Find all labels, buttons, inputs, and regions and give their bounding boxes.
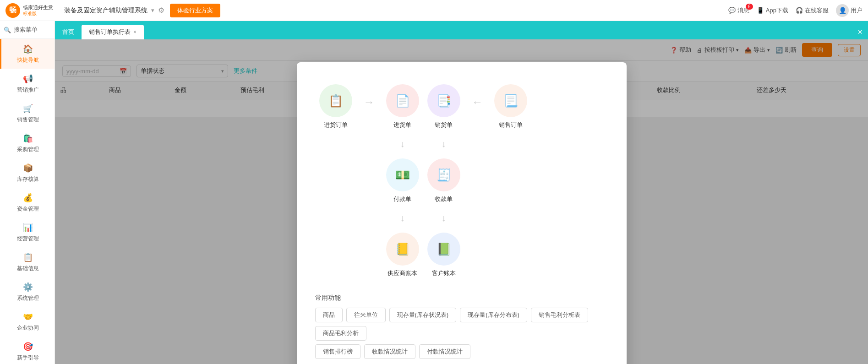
flow-node-payment-bill[interactable]: 💵 付款单 <box>382 151 423 211</box>
common-functions: 常用功能 商品 往来单位 现存量(库存状况表) 现存量(库存分布表) 销售毛利分… <box>315 294 608 359</box>
main-layout: 🔍 搜索菜单 🏠 快捷导航 📢 营销推广 🛒 销售管理 🛍️ 采购管理 📦 库存… <box>0 21 868 364</box>
purchase-bill-circle: 📄 <box>386 84 419 117</box>
sidebar-item-marketing[interactable]: 📢 营销推广 <box>0 69 55 98</box>
payment-bill-circle: 💵 <box>386 158 419 191</box>
trial-button[interactable]: 体验行业方案 <box>170 4 220 17</box>
message-icon: 💬 <box>728 7 736 14</box>
online-service-item[interactable]: 🎧 在线客服 <box>796 6 829 15</box>
phone-icon: 📱 <box>757 7 764 14</box>
flow-node-customer-ledger[interactable]: 📗 客户账本 <box>424 225 464 285</box>
arrow-so-to-sb: → <box>472 96 483 118</box>
func-buttons-row1: 商品 往来单位 现存量(库存状况表) 现存量(库存分布表) 销售毛利分析表 商品… <box>315 308 608 341</box>
sales-order-circle: 📃 <box>494 84 527 117</box>
flow-node-supplier-ledger[interactable]: 📒 供应商账本 <box>382 225 423 285</box>
tab-bar: 首页 销售订单执行表 × × <box>55 21 868 39</box>
headset-icon: 🎧 <box>796 7 803 14</box>
func-btn-partner[interactable]: 往来单位 <box>346 308 386 322</box>
page-content: ❓ 帮助 🖨 按模板打印 ▾ 📤 导出 ▾ 🔄 刷新 查询 <box>55 39 868 364</box>
system-title-area: 装备及固定资产辅助管理系统 ▾ ⚙ <box>64 6 164 15</box>
sidebar-item-system[interactable]: ⚙️ 系统管理 <box>0 277 55 307</box>
receipt-bill-label: 收款单 <box>435 195 453 203</box>
func-btn-payment-stats[interactable]: 付款情况统计 <box>419 344 470 359</box>
func-btn-receipt-stats[interactable]: 收款情况统计 <box>364 344 415 359</box>
sidebar-item-sales[interactable]: 🛒 销售管理 <box>0 98 55 128</box>
sidebar-item-operations[interactable]: 📊 经营管理 <box>0 217 55 247</box>
guide-icon: 🎯 <box>22 341 33 352</box>
user-item[interactable]: 👤 用户 <box>836 4 863 17</box>
app-download-item[interactable]: 📱 App下载 <box>757 6 788 15</box>
sales-bill-circle: 📑 <box>427 84 460 117</box>
sidebar: 🔍 搜索菜单 🏠 快捷导航 📢 营销推广 🛒 销售管理 🛍️ 采购管理 📦 库存… <box>0 21 55 364</box>
basic-info-icon: 📋 <box>22 252 33 263</box>
logo-icon: 畅 <box>5 3 20 18</box>
finance-icon: 💰 <box>22 192 33 203</box>
avatar: 👤 <box>836 4 849 17</box>
purchase-order-circle: 📋 <box>319 84 352 117</box>
content-area: 首页 销售订单执行表 × × ❓ 帮助 🖨 按模板打印 ▾ <box>55 21 868 364</box>
sales-icon: 🛒 <box>22 103 33 114</box>
tab-close-button[interactable]: × <box>133 29 136 35</box>
flow-node-receipt-bill[interactable]: 🧾 收款单 <box>424 151 464 211</box>
dropdown-icon[interactable]: ▾ <box>151 7 154 14</box>
sidebar-item-finance[interactable]: 💰 资金管理 <box>0 188 55 217</box>
arrow-pb-down: ↓ <box>400 139 405 148</box>
payment-bill-label: 付款单 <box>393 195 411 203</box>
gear-icon[interactable]: ⚙ <box>158 6 164 15</box>
top-header: 畅 畅康通好生意 标准版 装备及固定资产辅助管理系统 ▾ ⚙ 体验行业方案 💬 … <box>0 0 868 21</box>
arrow-pay-down: ↓ <box>400 213 405 223</box>
purchase-icon: 🛍️ <box>22 133 33 144</box>
sidebar-item-purchase[interactable]: 🛍️ 采购管理 <box>0 128 55 158</box>
func-btn-product[interactable]: 商品 <box>315 308 343 322</box>
arrow-po-to-pb: → <box>364 96 375 118</box>
purchase-order-label: 进货订单 <box>324 121 348 129</box>
arrow-rec-down: ↓ <box>442 213 446 223</box>
system-title: 装备及固定资产辅助管理系统 <box>64 6 147 15</box>
logo-text: 畅康通好生意 标准版 <box>23 4 53 16</box>
receipt-bill-circle: 🧾 <box>427 158 460 191</box>
close-all-button[interactable]: × <box>857 25 863 39</box>
logo-area: 畅 畅康通好生意 标准版 <box>5 3 60 18</box>
header-right: 💬 消息 6 📱 App下载 🎧 在线客服 👤 用户 <box>728 4 863 17</box>
customer-ledger-label: 客户账本 <box>432 269 456 277</box>
quick-nav-icon: 🏠 <box>22 43 33 54</box>
sidebar-item-basic-info[interactable]: 📋 基础信息 <box>0 247 55 277</box>
func-buttons-row2: 销售排行榜 收款情况统计 付款情况统计 <box>315 344 608 359</box>
message-item[interactable]: 💬 消息 6 <box>728 6 749 15</box>
system-icon: ⚙️ <box>22 282 33 293</box>
purchase-bill-label: 进货单 <box>393 121 411 129</box>
func-btn-sales-profit[interactable]: 销售毛利分析表 <box>531 308 588 322</box>
flow-node-purchase-order[interactable]: 📋 进货订单 <box>316 77 356 136</box>
marketing-icon: 📢 <box>22 73 33 84</box>
sales-bill-label: 销货单 <box>435 121 453 129</box>
sales-order-label: 销售订单 <box>499 121 523 129</box>
popup: 📋 进货订单 → 📄 进货单 📑 <box>297 62 627 364</box>
flow-node-sales-bill[interactable]: 📑 销货单 <box>424 77 464 136</box>
flow-diagram: 📋 进货订单 → 📄 进货单 📑 <box>315 77 608 285</box>
func-btn-stock-status[interactable]: 现存量(库存状况表) <box>389 308 457 322</box>
customer-ledger-circle: 📗 <box>427 233 460 266</box>
operations-icon: 📊 <box>22 222 33 233</box>
common-functions-title: 常用功能 <box>315 294 608 302</box>
sidebar-item-guide[interactable]: 🎯 新手引导 <box>0 337 55 364</box>
supplier-ledger-label: 供应商账本 <box>388 269 417 277</box>
cooperation-icon: 🤝 <box>22 311 33 322</box>
tab-home[interactable]: 首页 <box>55 25 82 39</box>
message-badge: 6 <box>746 4 753 10</box>
sidebar-item-inventory[interactable]: 📦 库存核算 <box>0 158 55 188</box>
flow-node-purchase-bill[interactable]: 📄 进货单 <box>382 77 423 136</box>
func-btn-sales-rank[interactable]: 销售排行榜 <box>315 344 360 359</box>
sidebar-item-cooperation[interactable]: 🤝 企业协同 <box>0 307 55 337</box>
supplier-ledger-circle: 📒 <box>386 233 419 266</box>
tab-bar-right: × <box>857 25 868 39</box>
flow-node-sales-order[interactable]: 📃 销售订单 <box>491 77 531 136</box>
search-icon: 🔍 <box>4 27 11 33</box>
arrow-sb-down: ↓ <box>442 139 446 148</box>
search-menu[interactable]: 🔍 搜索菜单 <box>0 21 55 39</box>
inventory-icon: 📦 <box>22 163 33 174</box>
sidebar-item-quick-nav[interactable]: 🏠 快捷导航 <box>0 39 55 69</box>
func-btn-product-profit[interactable]: 商品毛利分析 <box>315 326 366 341</box>
tab-sales-execution[interactable]: 销售订单执行表 × <box>82 25 144 39</box>
func-btn-stock-dist[interactable]: 现存量(库存分布表) <box>460 308 527 322</box>
